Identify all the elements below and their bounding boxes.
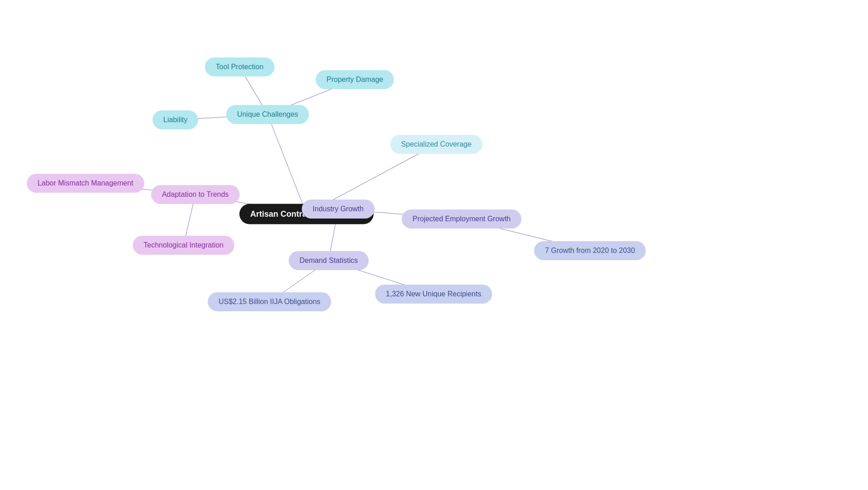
node-label-unique-recipients: 1,326 New Unique Recipients: [375, 285, 492, 304]
node-label-iija-obligations: US$2.15 Billion IIJA Obligations: [208, 292, 331, 311]
node-label-tool-protection: Tool Protection: [205, 57, 274, 76]
node-label-growth-2020-2030: 7 Growth from 2020 to 2030: [534, 241, 646, 260]
node-unique-recipients[interactable]: 1,326 New Unique Recipients: [375, 285, 492, 304]
node-unique-challenges[interactable]: Unique Challenges: [226, 105, 309, 124]
node-industry-growth[interactable]: Industry Growth: [302, 200, 375, 219]
node-tool-protection[interactable]: Tool Protection: [205, 57, 274, 76]
node-liability[interactable]: Liability: [152, 110, 198, 129]
node-technological-integration[interactable]: Technological Integration: [132, 236, 234, 255]
node-label-unique-challenges: Unique Challenges: [226, 105, 309, 124]
node-property-damage[interactable]: Property Damage: [316, 70, 394, 89]
node-label-demand-statistics: Demand Statistics: [289, 251, 369, 270]
mindmap-container: Artisan Contractor InsuranceUnique Chall…: [0, 0, 868, 490]
node-label-property-damage: Property Damage: [316, 70, 394, 89]
node-label-liability: Liability: [152, 110, 198, 129]
connection-lines: [0, 0, 868, 490]
node-label-adaptation-to-trends: Adaptation to Trends: [151, 185, 240, 204]
node-adaptation-to-trends[interactable]: Adaptation to Trends: [151, 185, 240, 204]
svg-line-0: [268, 114, 307, 214]
node-specialized-coverage[interactable]: Specialized Coverage: [390, 135, 482, 154]
node-projected-employment[interactable]: Projected Employment Growth: [402, 209, 522, 228]
node-label-labor-mismatch: Labor Mismatch Management: [27, 174, 144, 193]
node-iija-obligations[interactable]: US$2.15 Billion IIJA Obligations: [208, 292, 331, 311]
node-demand-statistics[interactable]: Demand Statistics: [289, 251, 369, 270]
node-labor-mismatch[interactable]: Labor Mismatch Management: [27, 174, 144, 193]
node-label-industry-growth: Industry Growth: [302, 200, 375, 219]
node-label-specialized-coverage: Specialized Coverage: [390, 135, 482, 154]
node-growth-2020-2030[interactable]: 7 Growth from 2020 to 2030: [534, 241, 646, 260]
node-label-technological-integration: Technological Integration: [132, 236, 234, 255]
node-label-projected-employment: Projected Employment Growth: [402, 209, 522, 228]
